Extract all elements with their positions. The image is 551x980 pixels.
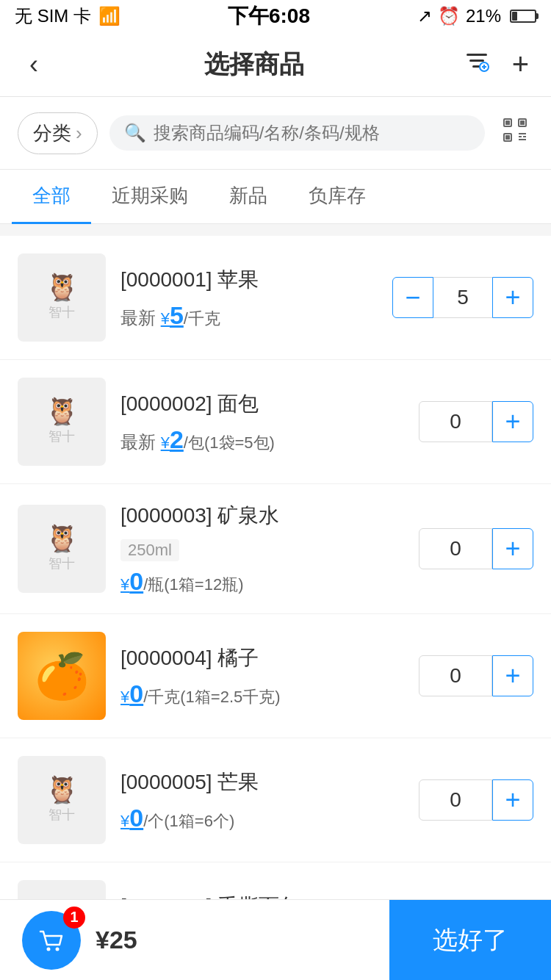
svg-point-17: [56, 947, 60, 951]
svg-rect-0: [467, 54, 487, 56]
product-thumb-0004: [18, 632, 106, 720]
bottom-bar: 1 ¥25 选好了: [0, 899, 551, 980]
product-price-0004: ¥0/千克(1箱=2.5千克): [120, 680, 404, 708]
qty-input-0005[interactable]: [419, 779, 492, 821]
wifi-icon: 📶: [98, 6, 120, 26]
qty-minus-0001[interactable]: −: [392, 277, 433, 318]
battery-percent: 21%: [466, 6, 501, 26]
product-thumb-0002: 🦉 智十: [18, 378, 106, 466]
product-name-0001: [0000001] 苹果: [120, 266, 378, 294]
product-name-0002: [0000002] 面包: [120, 390, 404, 418]
carrier-label: 无 SIM 卡: [15, 4, 91, 28]
qty-control-0003: +: [419, 528, 533, 569]
svg-rect-1: [469, 60, 484, 62]
location-icon: ↗: [417, 6, 432, 26]
cart-icon-wrap[interactable]: 1: [22, 911, 81, 970]
svg-point-16: [47, 947, 51, 951]
product-info-0004: [0000004] 橘子 ¥0/千克(1箱=2.5千克): [120, 644, 404, 708]
tab-recent[interactable]: 近期采购: [91, 170, 209, 224]
product-info-0001: [0000001] 苹果 最新 ¥5/千克: [120, 266, 378, 330]
status-left: 无 SIM 卡 📶: [15, 4, 120, 28]
product-spec-0003: 250ml: [120, 539, 179, 561]
product-price-0001: 最新 ¥5/千克: [120, 301, 378, 330]
placeholder-owl-icon: 🦉: [46, 525, 79, 552]
filter-icon[interactable]: [464, 48, 490, 81]
qty-plus-0001[interactable]: +: [492, 277, 533, 318]
confirm-button[interactable]: 选好了: [389, 900, 551, 981]
search-input-wrap: 🔍: [109, 115, 485, 151]
product-thumb-0003: 🦉 智十: [18, 505, 106, 593]
back-button[interactable]: ‹: [22, 42, 46, 87]
battery-icon: [510, 10, 536, 23]
tab-negative-stock[interactable]: 负库存: [288, 170, 386, 224]
product-price-0005: ¥0/个(1箱=6个): [120, 804, 404, 832]
alarm-icon: ⏰: [438, 6, 460, 26]
svg-rect-11: [505, 135, 510, 140]
product-item-0001: 🦉 智十 [0000001] 苹果 最新 ¥5/千克 − +: [0, 236, 551, 360]
status-bar: 无 SIM 卡 📶 下午6:08 ↗ ⏰ 21%: [0, 0, 551, 32]
tab-bar: 全部 近期采购 新品 负库存: [0, 170, 551, 224]
status-time: 下午6:08: [228, 2, 310, 30]
qty-input-0002[interactable]: [419, 401, 492, 442]
tab-all[interactable]: 全部: [12, 170, 91, 224]
qty-plus-0004[interactable]: +: [492, 655, 533, 696]
nav-right-actions: +: [464, 48, 529, 81]
search-icon: 🔍: [124, 123, 146, 143]
placeholder-owl-icon: 🦉: [46, 274, 79, 300]
product-item-0002: 🦉 智十 [0000002] 面包 最新 ¥2/包(1袋=5包) +: [0, 360, 551, 484]
qty-control-0002: +: [419, 401, 533, 442]
nav-bar: ‹ 选择商品 +: [0, 32, 551, 97]
qty-control-0001: − +: [392, 277, 533, 318]
qty-control-0004: +: [419, 655, 533, 696]
product-item-0005: 🦉 智十 [0000005] 芒果 ¥0/个(1箱=6个) +: [0, 738, 551, 862]
qty-plus-0002[interactable]: +: [492, 401, 533, 442]
search-input[interactable]: [154, 123, 470, 143]
category-button[interactable]: 分类 ›: [18, 112, 98, 154]
product-thumb-0005: 🦉 智十: [18, 756, 106, 844]
product-list: 🦉 智十 [0000001] 苹果 最新 ¥5/千克 − + 🦉 智十 [000…: [0, 236, 551, 980]
placeholder-brand-text: 智十: [48, 428, 75, 445]
placeholder-brand-text: 智十: [48, 555, 75, 572]
product-price-0002: 最新 ¥2/包(1袋=5包): [120, 425, 404, 454]
cart-total: ¥25: [96, 926, 137, 954]
product-info-0005: [0000005] 芒果 ¥0/个(1箱=6个): [120, 768, 404, 832]
product-name-0003: [0000003] 矿泉水: [120, 502, 404, 530]
scan-icon[interactable]: [497, 112, 533, 154]
placeholder-owl-icon: 🦉: [46, 398, 79, 425]
qty-control-0005: +: [419, 779, 533, 821]
placeholder-owl-icon: 🦉: [46, 777, 79, 803]
qty-plus-0005[interactable]: +: [492, 779, 533, 821]
product-name-0004: [0000004] 橘子: [120, 644, 404, 672]
cart-section: 1 ¥25: [0, 911, 389, 970]
qty-plus-0003[interactable]: +: [492, 528, 533, 569]
product-item-0003: 🦉 智十 [0000003] 矿泉水 250ml ¥0/瓶(1箱=12瓶) +: [0, 484, 551, 614]
qty-input-0001[interactable]: [433, 277, 492, 318]
product-name-0005: [0000005] 芒果: [120, 768, 404, 796]
page-title: 选择商品: [204, 48, 304, 82]
search-bar: 分类 › 🔍: [0, 97, 551, 170]
qty-input-0004[interactable]: [419, 655, 492, 696]
divider: [0, 224, 551, 236]
product-price-0003: ¥0/瓶(1箱=12瓶): [120, 567, 404, 596]
product-info-0003: [0000003] 矿泉水 250ml ¥0/瓶(1箱=12瓶): [120, 502, 404, 596]
tab-new[interactable]: 新品: [209, 170, 288, 224]
qty-input-0003[interactable]: [419, 528, 492, 569]
svg-rect-10: [520, 120, 525, 125]
chevron-right-icon: ›: [76, 122, 82, 145]
placeholder-brand-text: 智十: [48, 806, 75, 824]
svg-rect-9: [505, 120, 510, 125]
product-thumb-0001: 🦉 智十: [18, 253, 106, 342]
product-item-0004: [0000004] 橘子 ¥0/千克(1箱=2.5千克) +: [0, 614, 551, 738]
cart-badge: 1: [63, 907, 85, 929]
add-icon[interactable]: +: [512, 48, 529, 81]
status-right: ↗ ⏰ 21%: [417, 6, 536, 26]
category-label: 分类: [33, 120, 71, 146]
placeholder-brand-text: 智十: [48, 303, 75, 321]
product-info-0002: [0000002] 面包 最新 ¥2/包(1袋=5包): [120, 390, 404, 454]
